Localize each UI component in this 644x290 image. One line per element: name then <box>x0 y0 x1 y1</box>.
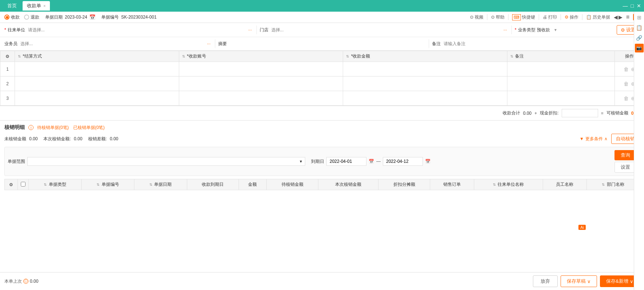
btable-col-date: ⇅ 单据日期 <box>134 179 187 190</box>
summary-label: 摘要 <box>218 41 227 47</box>
tab-current[interactable]: 收款单 × <box>23 1 50 11</box>
row-1-delete-icon[interactable]: 🗑 <box>624 66 629 72</box>
table-section: ⚙ ⇅ *结算方式 ⇅ *收款账号 ⇅ *收款金额 ⇅ <box>0 51 644 106</box>
btable-discount-label: 折扣分摊额 <box>393 182 415 187</box>
tab-bar: 首页 收款单 × — □ ✕ <box>0 0 644 12</box>
row-2-amount[interactable] <box>343 77 507 91</box>
counterpart-more-btn[interactable]: ··· <box>247 27 253 32</box>
btable-current-label: 本次核销金额 <box>335 182 361 187</box>
salesperson-input[interactable] <box>19 40 204 47</box>
bottom-info-label: 本单上次 <box>4 278 22 285</box>
radio-shoukuan[interactable]: 收款 <box>4 14 20 20</box>
save-draft-btn[interactable]: 保存草稿 ∨ <box>561 275 597 287</box>
tab-pending[interactable]: 待核销单据(0笔) <box>37 125 69 131</box>
help-btn[interactable]: ⊙ 帮助 <box>491 14 504 20</box>
abandon-btn[interactable]: 放弃 <box>533 275 558 287</box>
btable-no-label: 单据编号 <box>102 182 119 187</box>
btype-label: 业务类型 <box>518 27 535 33</box>
range-select[interactable]: ▾ <box>27 157 305 166</box>
bottom-info-icon[interactable]: ⓘ <box>23 279 28 284</box>
remark-field: 备注 <box>432 40 640 47</box>
row-2-remark[interactable] <box>507 77 614 91</box>
sidebar-icon-2[interactable]: 📋 <box>635 23 644 32</box>
nav-next-btn[interactable]: ▶ <box>619 14 623 20</box>
summary-field: 摘要 <box>218 40 426 47</box>
row-2-delete-icon[interactable]: 🗑 <box>624 81 629 87</box>
sum-discount-input[interactable] <box>562 109 598 117</box>
salesperson-more-btn[interactable]: ··· <box>205 41 212 46</box>
radio-dot <box>6 16 8 19</box>
row-1-amount[interactable] <box>343 62 507 77</box>
range-chevron-icon: ▾ <box>300 159 302 164</box>
sort-icon-bt4: ⇅ <box>493 183 496 187</box>
divider1 <box>487 14 487 20</box>
video-btn[interactable]: ⊙ 视频 <box>470 14 483 20</box>
tab-home[interactable]: 首页 <box>3 1 21 11</box>
row-2-settlement[interactable] <box>15 77 179 91</box>
bottom-info-value: 0.00 <box>30 279 38 284</box>
btable-employee-label: 员工名称 <box>556 182 573 187</box>
row-1-no: 1 <box>0 62 15 77</box>
row-3-settlement[interactable] <box>15 91 179 106</box>
table-gear-header[interactable]: ⚙ <box>0 51 15 62</box>
store-more-btn[interactable]: ··· <box>502 27 508 32</box>
btype-chevron[interactable]: ▾ <box>554 27 557 32</box>
nav-arrows: ◀ ▶ <box>614 14 623 20</box>
setting-small-btn[interactable]: 设置 <box>614 162 636 173</box>
current-reconcile-label: 本次核销金额: 0.00 <box>43 136 82 142</box>
btable-col-discount: 折扣分摊额 <box>378 179 430 190</box>
store-input[interactable] <box>270 27 500 34</box>
sidebar-icon-3[interactable]: 🔗 <box>635 34 644 42</box>
shortcut-btn[interactable]: ⌨ 快捷键 <box>512 14 535 20</box>
btable-gear[interactable]: ⚙ <box>5 179 18 190</box>
sum-row: 收款合计 0.00 + 现金折扣: = 可核销金额 0.00 <box>0 106 644 121</box>
nav-prev-btn[interactable]: ◀ <box>614 14 618 20</box>
more-conditions-btn[interactable]: ▼ 更多条件 ∧ <box>580 136 608 142</box>
row-3-delete-icon[interactable]: 🗑 <box>624 95 629 101</box>
date-to-input[interactable] <box>383 157 423 166</box>
row-2-account[interactable] <box>179 77 343 91</box>
sidebar-icon-1[interactable]: ⊞ <box>635 13 644 22</box>
date-filter: 到期日 📅 — 📅 <box>311 157 609 166</box>
row-1-remark[interactable] <box>507 62 614 77</box>
save-draft-chevron: ∨ <box>587 279 591 284</box>
btable-counterpart-label: 往来单位名称 <box>498 182 524 187</box>
radio-tuikuan[interactable]: 退款 <box>24 14 39 20</box>
calendar-to-icon[interactable]: 📅 <box>425 159 431 164</box>
window-close-btn[interactable]: ✕ <box>637 3 641 9</box>
ai-badge[interactable]: Ai <box>578 225 586 230</box>
row-3-amount[interactable] <box>343 91 507 106</box>
sidebar-icon-4[interactable]: 📷 <box>635 44 644 52</box>
tab-done[interactable]: 已核销单据(0笔) <box>73 125 105 131</box>
row-1-settlement[interactable] <box>15 62 179 77</box>
help-label: 帮助 <box>496 14 504 20</box>
history-btn[interactable]: 📋 历史单据 <box>586 14 610 20</box>
row-1-account[interactable] <box>179 62 343 77</box>
row-3-remark[interactable] <box>507 91 614 106</box>
date-from-input[interactable] <box>326 157 366 166</box>
btable-col-employee: 员工名称 <box>543 179 586 190</box>
select-all-checkbox[interactable] <box>21 182 25 187</box>
calendar-from-icon[interactable]: 📅 <box>369 159 374 164</box>
btable-col-amount: 金额 <box>239 179 267 190</box>
tab-close-icon[interactable]: × <box>43 4 46 8</box>
range-label: 单据范围 <box>8 158 25 165</box>
counterpart-input[interactable] <box>27 27 246 34</box>
right-sidebar: ⊞ 📋 🔗 📷 <box>634 12 644 290</box>
summary-input[interactable] <box>228 40 426 47</box>
calendar-icon[interactable]: 📅 <box>89 14 95 20</box>
query-btn[interactable]: 查询 <box>614 150 636 160</box>
reconcile-info-icon[interactable]: i <box>28 125 34 130</box>
reconcile-section: 核销明细 i 待核销单据(0笔) 已核销单据(0笔) 未核销金额 0.00 本次… <box>0 121 644 194</box>
action-btn[interactable]: ⚙ 操作 <box>565 14 578 20</box>
amount-header-label: *收款金额 <box>351 54 370 59</box>
window-minimize-btn[interactable]: — <box>623 3 628 9</box>
number-field: 单据编号 SK-20230324-001 <box>101 14 156 20</box>
btable-col-type: ⇅ 单据类型 <box>29 179 82 190</box>
filter-row: 单据范围 ▾ 到期日 📅 — 📅 查询 设置 <box>4 147 640 176</box>
list-view-icon[interactable]: ≡ <box>626 14 629 20</box>
print-btn[interactable]: 🖨 打印 <box>543 14 557 20</box>
row-3-account[interactable] <box>179 91 343 106</box>
remark-input[interactable] <box>442 40 640 47</box>
window-maximize-btn[interactable]: □ <box>631 3 634 9</box>
